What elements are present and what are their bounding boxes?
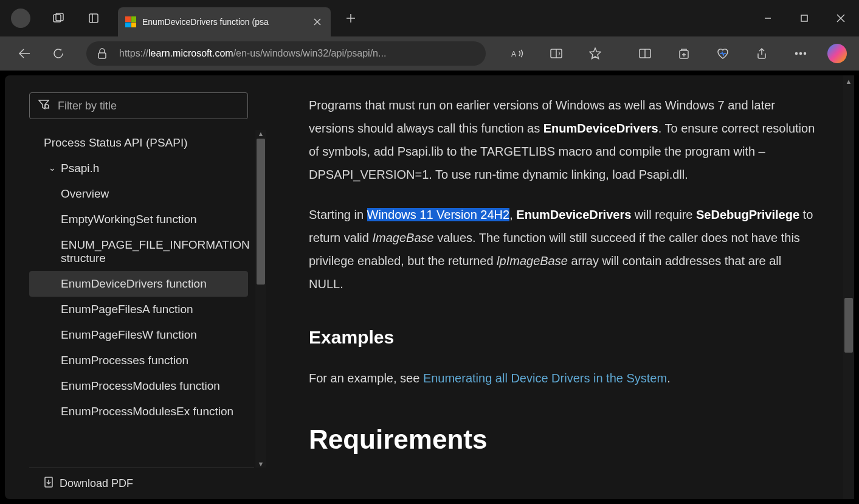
titlebar: EnumDeviceDrivers function (psa xyxy=(0,0,859,36)
tab-close-button[interactable] xyxy=(311,16,323,28)
nav-item-enumdevicedrivers[interactable]: EnumDeviceDrivers function xyxy=(29,271,248,297)
more-icon[interactable] xyxy=(788,41,813,66)
profile-avatar[interactable] xyxy=(11,9,30,28)
nav-item-psapi-h[interactable]: Psapi.h xyxy=(29,156,266,181)
tab-actions-icon[interactable] xyxy=(83,7,105,29)
filter-input[interactable]: Filter by title xyxy=(29,92,248,119)
paragraph-24h2: Starting in Windows 11 Version 24H2, Enu… xyxy=(309,203,818,295)
nav-item-enum-page-file[interactable]: ENUM_PAGE_FILE_INFORMATION structure xyxy=(29,232,266,271)
refresh-button[interactable] xyxy=(46,41,71,66)
pdf-icon xyxy=(44,477,53,491)
nav-item-psapi[interactable]: Process Status API (PSAPI) xyxy=(29,130,266,156)
nav-item-emptyworkingset[interactable]: EmptyWorkingSet function xyxy=(29,207,266,232)
paragraph-example: For an example, see Enumerating all Devi… xyxy=(309,367,818,390)
copilot-button[interactable] xyxy=(827,44,847,63)
collections-icon[interactable] xyxy=(672,41,696,66)
nav-item-overview[interactable]: Overview xyxy=(29,181,266,207)
new-tab-button[interactable] xyxy=(340,7,362,29)
nav-item-enumpagefilesw[interactable]: EnumPageFilesW function xyxy=(29,322,266,348)
nav-item-enumprocessmodulesex[interactable]: EnumProcessModulesEx function xyxy=(29,399,266,424)
health-icon[interactable] xyxy=(711,41,735,66)
ms-favicon xyxy=(125,16,136,27)
close-window-button[interactable] xyxy=(823,5,859,32)
filter-icon xyxy=(38,100,49,112)
nav-item-enumprocesses[interactable]: EnumProcesses function xyxy=(29,348,266,373)
nav-item-enumprocessmodules[interactable]: EnumProcessModules function xyxy=(29,373,266,399)
read-aloud-icon[interactable]: A xyxy=(505,41,530,66)
svg-point-24 xyxy=(796,53,798,55)
paragraph-compat: Programs that must run on earlier versio… xyxy=(309,94,818,186)
svg-rect-9 xyxy=(801,15,807,21)
url-text: https://learn.microsoft.com/en-us/window… xyxy=(119,48,386,59)
example-link[interactable]: Enumerating all Device Drivers in the Sy… xyxy=(423,371,667,385)
nav-item-enumpagefilesa[interactable]: EnumPageFilesA function xyxy=(29,297,266,322)
filter-placeholder: Filter by title xyxy=(58,100,117,112)
svg-rect-13 xyxy=(98,53,106,58)
browser-tab[interactable]: EnumDeviceDrivers function (psa xyxy=(118,7,331,36)
sidebar: Filter by title Process Status API (PSAP… xyxy=(5,75,266,499)
nav-tree: Process Status API (PSAPI) Psapi.h Overv… xyxy=(29,130,266,468)
split-screen-icon[interactable] xyxy=(633,41,657,66)
svg-point-26 xyxy=(804,53,806,55)
download-pdf-button[interactable]: Download PDF xyxy=(29,468,254,499)
sidebar-scrollbar[interactable]: ▲ ▼ xyxy=(255,130,266,468)
heading-examples: Examples xyxy=(309,320,818,354)
svg-marker-17 xyxy=(590,48,601,59)
minimize-button[interactable] xyxy=(750,5,786,32)
maximize-button[interactable] xyxy=(786,5,823,32)
svg-point-25 xyxy=(800,53,802,55)
svg-text:A: A xyxy=(511,50,516,58)
workspaces-icon[interactable] xyxy=(47,7,69,29)
browser-toolbar: https://learn.microsoft.com/en-us/window… xyxy=(0,36,859,71)
selected-text: Windows 11 Version 24H2 xyxy=(367,208,510,221)
svg-rect-2 xyxy=(89,14,98,22)
tab-title: EnumDeviceDrivers function (psa xyxy=(142,17,311,27)
page-scrollbar[interactable]: ▲ xyxy=(843,75,854,499)
reading-mode-icon[interactable] xyxy=(544,41,568,66)
back-button[interactable] xyxy=(12,41,36,66)
lock-icon xyxy=(97,48,107,59)
address-bar[interactable]: https://learn.microsoft.com/en-us/window… xyxy=(86,41,486,66)
svg-line-29 xyxy=(48,108,49,109)
favorites-icon[interactable] xyxy=(583,41,607,66)
heading-requirements: Requirements xyxy=(309,414,818,465)
main-content: Programs that must run on earlier versio… xyxy=(266,75,854,499)
share-icon[interactable] xyxy=(750,41,774,66)
